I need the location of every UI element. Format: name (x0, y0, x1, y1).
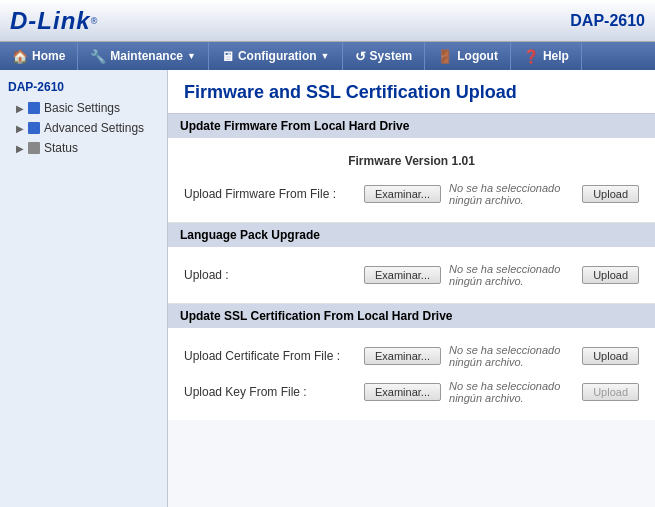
nav-system-label: System (370, 49, 413, 63)
status-icon (28, 142, 40, 154)
header: D-Link® DAP-2610 (0, 0, 655, 42)
upload-cert-button[interactable]: Upload (582, 347, 639, 365)
system-icon: ↺ (355, 49, 366, 64)
maintenance-arrow-icon: ▼ (187, 51, 196, 61)
browse-lang-button[interactable]: Examinar... (364, 266, 441, 284)
sidebar-title: DAP-2610 (0, 76, 167, 98)
section-firmware-header: Update Firmware From Local Hard Drive (168, 114, 655, 138)
maintenance-icon: 🔧 (90, 49, 106, 64)
model-label: DAP-2610 (570, 12, 645, 30)
upload-key-controls: Examinar... No se ha seleccionado ningún… (364, 380, 639, 404)
configuration-arrow-icon: ▼ (321, 51, 330, 61)
upload-cert-controls: Examinar... No se ha seleccionado ningún… (364, 344, 639, 368)
upload-lang-label: Upload : (184, 268, 364, 282)
nav-system[interactable]: ↺ System (343, 42, 426, 70)
nav-configuration-label: Configuration (238, 49, 317, 63)
section-ssl-header: Update SSL Certification From Local Hard… (168, 304, 655, 328)
help-icon: ❓ (523, 49, 539, 64)
key-file-label: No se ha seleccionado ningún archivo. (445, 380, 578, 404)
section-firmware-content: Firmware Version 1.01 Upload Firmware Fr… (168, 138, 655, 222)
upload-firmware-controls: Examinar... No se ha seleccionado ningún… (364, 182, 639, 206)
nav-logout-label: Logout (457, 49, 498, 63)
basic-settings-icon (28, 102, 40, 114)
page-title: Firmware and SSL Certification Upload (168, 70, 655, 114)
browse-key-button[interactable]: Examinar... (364, 383, 441, 401)
upload-cert-label: Upload Certificate From File : (184, 349, 364, 363)
upload-lang-button[interactable]: Upload (582, 266, 639, 284)
logo-text: D-Link (10, 7, 91, 35)
upload-firmware-button[interactable]: Upload (582, 185, 639, 203)
nav-home[interactable]: 🏠 Home (0, 42, 78, 70)
sidebar-item-basic-settings-label: Basic Settings (44, 101, 120, 115)
lang-file-label: No se ha seleccionado ningún archivo. (445, 263, 578, 287)
firmware-version-label: Firmware Version 1.01 (184, 148, 639, 176)
nav-configuration[interactable]: 🖥 Configuration ▼ (209, 42, 343, 70)
firmware-file-label: No se ha seleccionado ningún archivo. (445, 182, 578, 206)
browse-cert-button[interactable]: Examinar... (364, 347, 441, 365)
main-layout: DAP-2610 ▶ Basic Settings ▶ Advanced Set… (0, 70, 655, 507)
nav-help[interactable]: ❓ Help (511, 42, 582, 70)
advanced-settings-arrow-icon: ▶ (16, 123, 24, 134)
section-language-content: Upload : Examinar... No se ha selecciona… (168, 247, 655, 303)
nav-logout[interactable]: 🚪 Logout (425, 42, 511, 70)
upload-key-button[interactable]: Upload (582, 383, 639, 401)
content-area: Firmware and SSL Certification Upload Up… (168, 70, 655, 507)
logout-icon: 🚪 (437, 49, 453, 64)
logo-area: D-Link® (10, 7, 97, 35)
sidebar-item-status-label: Status (44, 141, 78, 155)
sidebar-item-advanced-settings[interactable]: ▶ Advanced Settings (0, 118, 167, 138)
advanced-settings-icon (28, 122, 40, 134)
sidebar: DAP-2610 ▶ Basic Settings ▶ Advanced Set… (0, 70, 168, 507)
section-ssl-content: Upload Certificate From File : Examinar.… (168, 328, 655, 420)
upload-key-label: Upload Key From File : (184, 385, 364, 399)
upload-cert-row: Upload Certificate From File : Examinar.… (184, 338, 639, 374)
upload-firmware-label: Upload Firmware From File : (184, 187, 364, 201)
section-language-header: Language Pack Upgrade (168, 223, 655, 247)
cert-file-label: No se ha seleccionado ningún archivo. (445, 344, 578, 368)
navbar: 🏠 Home 🔧 Maintenance ▼ 🖥 Configuration ▼… (0, 42, 655, 70)
upload-firmware-row: Upload Firmware From File : Examinar... … (184, 176, 639, 212)
sidebar-item-advanced-settings-label: Advanced Settings (44, 121, 144, 135)
nav-maintenance[interactable]: 🔧 Maintenance ▼ (78, 42, 209, 70)
upload-lang-controls: Examinar... No se ha seleccionado ningún… (364, 263, 639, 287)
sidebar-item-status[interactable]: ▶ Status (0, 138, 167, 158)
upload-key-row: Upload Key From File : Examinar... No se… (184, 374, 639, 410)
status-arrow-icon: ▶ (16, 143, 24, 154)
basic-settings-arrow-icon: ▶ (16, 103, 24, 114)
home-icon: 🏠 (12, 49, 28, 64)
configuration-icon: 🖥 (221, 49, 234, 64)
registered-mark: ® (91, 16, 98, 26)
browse-firmware-button[interactable]: Examinar... (364, 185, 441, 203)
nav-home-label: Home (32, 49, 65, 63)
nav-maintenance-label: Maintenance (110, 49, 183, 63)
sidebar-item-basic-settings[interactable]: ▶ Basic Settings (0, 98, 167, 118)
nav-help-label: Help (543, 49, 569, 63)
upload-lang-row: Upload : Examinar... No se ha selecciona… (184, 257, 639, 293)
